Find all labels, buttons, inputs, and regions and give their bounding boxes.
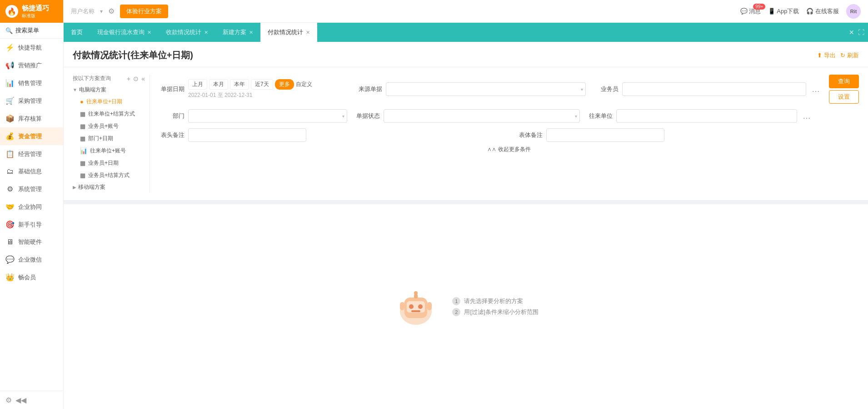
payment-stats-tab-close[interactable]: ✕ <box>306 30 310 35</box>
sidebar-item-hardware[interactable]: 🖥 智能硬件 <box>0 233 63 251</box>
cash-flow-tab-close[interactable]: ✕ <box>147 30 151 35</box>
body-note-field: 表体备注 <box>517 128 859 142</box>
tab-cash-flow[interactable]: 现金银行流水查询 ✕ <box>90 23 159 42</box>
scheme-item-dept-date[interactable]: ▦ 部门+日期 <box>77 132 145 145</box>
tab-close-all-icon[interactable]: ✕ <box>849 29 854 36</box>
collapse-more-button[interactable]: ∧∧ 收起更多条件 <box>159 142 859 157</box>
scheme-panel-title: 按以下方案查询 <box>73 75 111 82</box>
date-this-year[interactable]: 本年 <box>230 79 249 90</box>
sales-icon: 📊 <box>5 79 15 87</box>
wechat-icon: 💬 <box>5 255 15 264</box>
sidebar-item-inventory[interactable]: 📦 库存核算 <box>0 110 63 127</box>
topbar-settings-icon[interactable]: ⚙ <box>108 7 115 15</box>
refresh-button[interactable]: ↻ 刷新 <box>840 51 859 60</box>
sidebar-item-basic[interactable]: 🗂 基础信息 <box>0 163 63 180</box>
chevron-up-icon: ∧∧ <box>487 146 496 152</box>
tab-payment-stats[interactable]: 付款情况统计 ✕ <box>260 23 317 42</box>
receipt-stats-tab-close[interactable]: ✕ <box>204 30 208 35</box>
footer-collapse-icon[interactable]: ◀◀ <box>15 396 26 404</box>
doc-status-select[interactable]: ▾ <box>384 109 580 123</box>
scheme-group-mobile-title[interactable]: ▶ 移动端方案 <box>73 183 145 191</box>
staff-input[interactable] <box>622 82 806 96</box>
scheme-active-icon: ● <box>80 98 84 105</box>
scheme-label: 往来单位+账号 <box>90 147 126 155</box>
new-scheme-tab-close[interactable]: ✕ <box>249 30 253 35</box>
scheme-item-staff-account[interactable]: ▦ 业务员+账号 <box>77 120 145 132</box>
sidebar-item-capital[interactable]: 💰 资金管理 <box>0 127 63 145</box>
app-subtitle: 标准版 <box>22 13 49 19</box>
tab-home[interactable]: 首页 <box>64 23 90 42</box>
message-button[interactable]: 💬 消息 99+ <box>740 7 761 15</box>
header-note-input[interactable] <box>188 128 306 142</box>
scheme-item-unit-account[interactable]: 📊 往来单位+账号 <box>77 145 145 157</box>
app-download-button[interactable]: 📱 App下载 <box>768 7 799 15</box>
partner-more-icon[interactable]: … <box>801 111 813 121</box>
partner-field: 往来单位 … <box>587 109 813 123</box>
sidebar-item-purchase[interactable]: 🛒 采购管理 <box>0 92 63 110</box>
sidebar-item-sales[interactable]: 📊 销售管理 <box>0 74 63 92</box>
basic-icon: 🗂 <box>5 167 15 176</box>
body-note-input[interactable] <box>546 128 664 142</box>
page-title: 付款情况统计(往来单位+日期) <box>73 49 193 61</box>
date-custom[interactable]: 自定义 <box>296 81 312 88</box>
sidebar-item-label: 快捷导航 <box>18 44 42 52</box>
scheme-item-unit-settle[interactable]: ▦ 往来单位+结算方式 <box>77 108 145 120</box>
scheme-item-staff-date[interactable]: ▦ 业务员+日期 <box>77 157 145 169</box>
tab-expand-icon[interactable]: ⛶ <box>858 29 864 36</box>
home-tab-label: 首页 <box>71 28 83 36</box>
header-note-label: 表头备注 <box>159 131 185 139</box>
online-service-button[interactable]: 🎧 在线客服 <box>806 7 839 15</box>
sidebar-item-member[interactable]: 👑 畅会员 <box>0 268 63 286</box>
filter-main: 单据日期 上月 本月 本年 近7天 更多 自定义 <box>150 75 859 193</box>
scheme-item-unit-date[interactable]: ● 往来单位+日期 <box>77 96 145 108</box>
tab-new-scheme[interactable]: 新建方案 ✕ <box>215 23 260 42</box>
svg-rect-8 <box>400 302 404 310</box>
filter-section: 按以下方案查询 + ⊙ « ▼ 电脑端方案 <box>64 67 868 201</box>
partner-label: 往来单位 <box>587 112 613 120</box>
date-last-month[interactable]: 上月 <box>188 79 207 90</box>
hardware-icon: 🖥 <box>5 238 15 246</box>
date-field: 单据日期 上月 本月 本年 近7天 更多 自定义 <box>159 79 349 99</box>
staff-label: 业务员 <box>593 85 619 93</box>
scheme-group-mobile: ▶ 移动端方案 <box>73 183 145 191</box>
date-last-7-days[interactable]: 近7天 <box>251 79 273 90</box>
date-this-month[interactable]: 本月 <box>209 79 228 90</box>
sidebar-item-system[interactable]: ⚙ 系统管理 <box>0 180 63 198</box>
user-avatar[interactable]: Rit <box>846 4 861 19</box>
search-menu[interactable]: 🔍 搜索菜单 <box>0 23 63 39</box>
scheme-settings-icon[interactable]: ⊙ <box>133 75 139 82</box>
main-area: 用户名称 ▾ ⚙ 体验行业方案 💬 消息 99+ 📱 App下载 🎧 在线客服 … <box>64 0 868 409</box>
sidebar-item-label: 资金管理 <box>18 132 42 141</box>
sidebar-item-quick-nav[interactable]: ⚡ 快捷导航 <box>0 39 63 56</box>
scheme-grid-icon: ▦ <box>80 160 85 167</box>
partner-input[interactable] <box>616 109 797 123</box>
refresh-icon: ↻ <box>840 52 845 59</box>
scheme-collapse-icon[interactable]: « <box>141 75 145 82</box>
add-scheme-button[interactable]: + <box>127 75 130 82</box>
sidebar-item-operation[interactable]: 📋 经营管理 <box>0 145 63 163</box>
tab-receipt-stats[interactable]: 收款情况统计 ✕ <box>159 23 215 42</box>
scheme-label: 业务员+日期 <box>88 159 119 167</box>
source-select[interactable]: ▾ <box>386 82 585 96</box>
date-more[interactable]: 更多 <box>275 79 294 90</box>
sidebar-item-marketing[interactable]: 📢 营销推广 <box>0 56 63 74</box>
topbar-dropdown-icon[interactable]: ▾ <box>100 8 103 15</box>
settings-button[interactable]: 设置 <box>829 90 859 104</box>
export-button[interactable]: ⬆ 导出 <box>817 51 836 60</box>
query-button[interactable]: 查询 <box>829 75 859 88</box>
page-header: 付款情况统计(往来单位+日期) ⬆ 导出 ↻ 刷新 <box>64 42 868 67</box>
trial-button[interactable]: 体验行业方案 <box>120 5 168 18</box>
inventory-icon: 📦 <box>5 114 15 123</box>
sidebar-item-guide[interactable]: 🎯 新手引导 <box>0 216 63 233</box>
source-label: 来源单据 <box>357 85 382 93</box>
staff-more-icon[interactable]: … <box>810 85 822 94</box>
sidebar-item-wechat[interactable]: 💬 企业微信 <box>0 251 63 268</box>
scheme-group-pc-title[interactable]: ▼ 电脑端方案 <box>73 86 145 94</box>
footer-settings-icon[interactable]: ⚙ <box>5 396 12 404</box>
dept-select[interactable]: ▾ <box>188 109 347 123</box>
sidebar-item-coop[interactable]: 🤝 企业协同 <box>0 198 63 216</box>
sidebar-item-label: 库存核算 <box>18 115 42 123</box>
scheme-item-staff-settle[interactable]: ▦ 业务员+结算方式 <box>77 169 145 182</box>
capital-icon: 💰 <box>5 132 15 141</box>
export-label: 导出 <box>824 51 836 60</box>
